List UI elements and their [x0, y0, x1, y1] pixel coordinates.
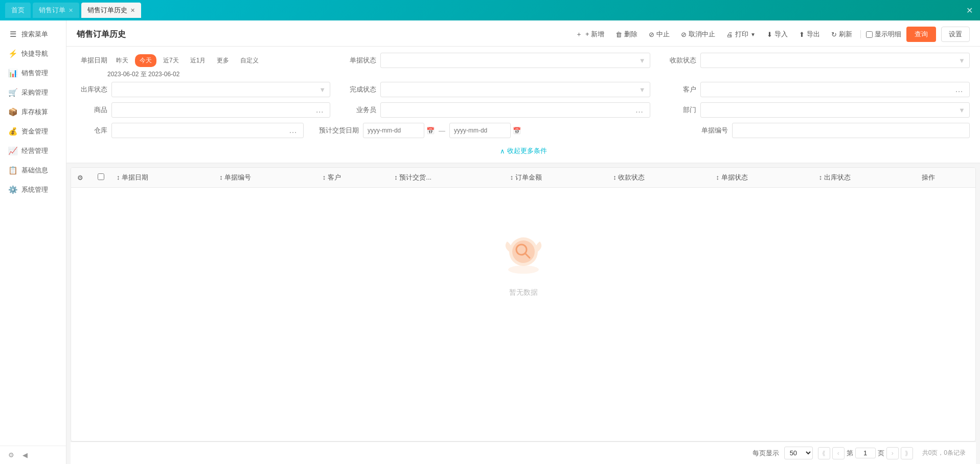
settings-button[interactable]: 设置 — [941, 27, 970, 42]
sidebar-item-sys-mgmt[interactable]: ⚙️ 系统管理 — [0, 180, 66, 200]
date-btn-custom[interactable]: 自定义 — [236, 54, 263, 67]
customer-label: 客户 — [666, 85, 696, 94]
pagination: ⟪ ‹ 第 页 › ⟫ — [818, 447, 913, 459]
collapse-chevron-icon: ∧ — [500, 147, 505, 155]
search-menu-icon: ☰ — [8, 30, 17, 39]
th-checkbox[interactable] — [92, 168, 110, 188]
refresh-icon: ↻ — [831, 31, 837, 38]
import-icon: ⬇ — [767, 31, 772, 38]
sidebar-settings-icon[interactable]: ⚙ — [8, 451, 14, 459]
export-button[interactable]: ⬆ 导出 — [796, 28, 823, 41]
show-detail-checkbox-label[interactable]: 显示明细 — [866, 30, 901, 39]
sidebar-item-quick-nav[interactable]: ⚡ 快捷导航 — [0, 44, 66, 63]
refresh-button[interactable]: ↻ 刷新 — [828, 28, 855, 41]
th-customer[interactable]: ↕ 客户 — [316, 168, 389, 188]
tab-home[interactable]: + 新增 首页 — [5, 3, 31, 18]
page-title: 销售订单历史 — [77, 29, 126, 40]
cancel-stop-button[interactable]: ⊘ 取消中止 — [678, 28, 718, 41]
th-expected-delivery[interactable]: ↕ 预计交货... — [388, 168, 504, 188]
tab-sales-order-history-close[interactable]: ✕ — [130, 7, 135, 14]
warehouse-ellipsis[interactable]: … — [287, 126, 299, 135]
customer-ellipsis[interactable]: … — [953, 85, 965, 94]
customer-control: … — [700, 82, 970, 97]
sidebar-item-inventory-calc[interactable]: 📦 库存核算 — [0, 102, 66, 122]
payment-status-select[interactable]: ▼ — [700, 53, 970, 68]
calendar-end-icon[interactable]: 📅 — [513, 127, 521, 135]
product-label: 商品 — [77, 105, 107, 115]
delete-button[interactable]: 🗑 删除 — [612, 28, 641, 41]
filter-item-warehouse: 仓库 … — [77, 123, 304, 138]
th-date[interactable]: ↕ 单据日期 — [110, 168, 213, 188]
inventory-calc-icon: 📦 — [8, 107, 17, 117]
select-all-checkbox[interactable] — [98, 173, 104, 180]
customer-select[interactable]: … — [700, 82, 970, 97]
th-number[interactable]: ↕ 单据编号 — [213, 168, 316, 188]
sidebar-item-finance-mgmt[interactable]: 💰 资金管理 — [0, 122, 66, 141]
salesperson-select[interactable]: … — [380, 102, 650, 118]
tab-sales-order-close[interactable]: ✕ — [69, 7, 73, 14]
date-control: 昨天 今天 近7天 近1月 更多 自定义 — [111, 54, 330, 67]
expected-delivery-label: 预计交货日期 — [319, 126, 359, 135]
out-stock-label: 出库状态 — [77, 85, 107, 94]
date-range-text: 2023-06-02 至 2023-06-02 — [107, 71, 179, 78]
salesperson-ellipsis[interactable]: … — [633, 105, 646, 115]
out-stock-select[interactable]: ▼ — [111, 82, 330, 97]
quick-nav-icon: ⚡ — [8, 49, 17, 58]
stop-icon: ⊘ — [649, 31, 654, 38]
warehouse-select[interactable]: … — [111, 123, 304, 138]
next-page-button[interactable]: › — [886, 447, 899, 459]
calendar-start-icon[interactable]: 📅 — [426, 127, 435, 135]
sidebar-collapse-icon[interactable]: ◀ — [22, 451, 28, 459]
tab-sales-order-history[interactable]: 销售订单历史 ✕ — [81, 3, 141, 18]
th-payment-status[interactable]: ↕ 收款状态 — [607, 168, 710, 188]
order-status-dropdown-icon: ▼ — [639, 57, 646, 64]
date-btn-yesterday[interactable]: 昨天 — [111, 54, 133, 67]
th-settings[interactable]: ⚙ — [71, 168, 92, 188]
sidebar-item-sales-mgmt[interactable]: 📊 销售管理 — [0, 63, 66, 83]
order-status-select[interactable]: ▼ — [380, 53, 650, 68]
date-btn-today[interactable]: 今天 — [135, 54, 156, 67]
toolbar: ＋ + 新增 🗑 删除 ⊘ 中止 ⊘ 取消中止 🖨 打印 — [573, 27, 970, 42]
th-order-status[interactable]: ↕ 单据状态 — [710, 168, 812, 188]
salesperson-label: 业务员 — [346, 105, 376, 115]
expected-delivery-start[interactable] — [363, 123, 424, 138]
import-button[interactable]: ⬇ 导入 — [764, 28, 791, 41]
sidebar-item-search-menu[interactable]: ☰ 搜索菜单 — [0, 25, 66, 44]
collapse-conditions[interactable]: ∧ 收起更多条件 — [77, 143, 970, 157]
page-input[interactable] — [855, 448, 876, 458]
first-page-button[interactable]: ⟪ — [818, 447, 830, 459]
print-dropdown-icon: ▼ — [750, 32, 756, 37]
filter-item-order-status: 单据状态 ▼ — [346, 53, 650, 68]
complete-status-label: 完成状态 — [346, 85, 376, 94]
query-button[interactable]: 查询 — [906, 27, 936, 42]
complete-status-dropdown-icon: ▼ — [639, 86, 646, 94]
product-select[interactable]: … — [111, 102, 330, 118]
print-button[interactable]: 🖨 打印 ▼ — [723, 28, 759, 41]
sidebar-item-purchase-mgmt[interactable]: 🛒 采购管理 — [0, 83, 66, 102]
filter-area: 单据日期 昨天 今天 近7天 近1月 更多 自定义 单据状态 — [66, 47, 980, 163]
date-btn-1month[interactable]: 近1月 — [186, 54, 211, 67]
close-all-tabs[interactable]: ✕ — [964, 4, 975, 17]
warehouse-label: 仓库 — [77, 126, 107, 135]
toolbar-divider — [860, 30, 861, 38]
th-out-stock-status[interactable]: ↕ 出库状态 — [813, 168, 916, 188]
th-amount[interactable]: ↕ 订单金额 — [504, 168, 607, 188]
new-button[interactable]: ＋ + 新增 — [573, 28, 607, 41]
complete-status-select[interactable]: ▼ — [380, 82, 650, 97]
sidebar-item-basic-info[interactable]: 📋 基础信息 — [0, 161, 66, 180]
stop-button[interactable]: ⊘ 中止 — [646, 28, 673, 41]
date-btn-7days[interactable]: 近7天 — [158, 54, 184, 67]
department-select[interactable]: ▼ — [700, 102, 970, 118]
show-detail-checkbox[interactable] — [866, 31, 873, 38]
prev-page-button[interactable]: ‹ — [832, 447, 845, 459]
product-ellipsis[interactable]: … — [313, 105, 326, 115]
per-page-select[interactable]: 50 10 20 100 — [784, 447, 813, 459]
last-page-button[interactable]: ⟫ — [901, 447, 913, 459]
expected-delivery-end[interactable] — [449, 123, 511, 138]
tab-sales-order[interactable]: 销售订单 ✕ — [33, 3, 79, 18]
settings-gear-icon[interactable]: ⚙ — [77, 174, 83, 182]
date-btn-more[interactable]: 更多 — [212, 54, 234, 67]
order-number-input[interactable] — [732, 123, 970, 138]
expected-delivery-control: 📅 — 📅 — [363, 123, 682, 138]
sidebar-item-ops-mgmt[interactable]: 📈 经营管理 — [0, 141, 66, 161]
